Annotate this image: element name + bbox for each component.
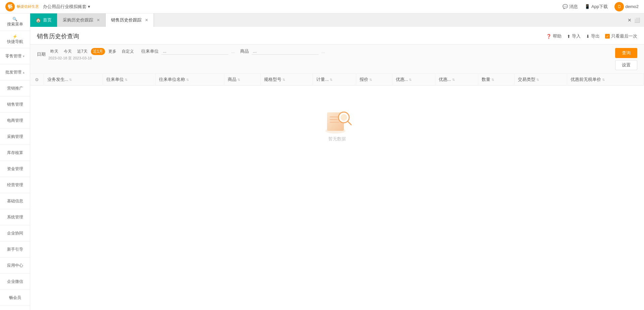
date-label: 日期: [37, 51, 46, 57]
tab-close-purchase[interactable]: ✕: [97, 18, 100, 22]
sidebar-item-quick-nav[interactable]: ⚡ 快捷导航: [0, 31, 30, 48]
tab-purchase-history[interactable]: 采购历史价跟踪 ✕: [57, 13, 106, 27]
th-partner-code[interactable]: 往来单位⇅: [103, 74, 156, 86]
tab-sales-history[interactable]: 销售历史价跟踪 ✕: [106, 13, 154, 27]
header-right: 💬 消息 📱 App下载 D demo2: [562, 2, 639, 11]
sort-icon: ⇅: [186, 78, 189, 82]
th-discount2[interactable]: 优惠...⇅: [435, 74, 478, 86]
th-product[interactable]: 商品⇅: [224, 74, 260, 86]
page-header: 销售历史价查询 ❓ 帮助 ⬆ 导入 ⬇ 导出 ✓: [30, 27, 644, 45]
th-pretax-price[interactable]: 优惠前无税单价⇅: [567, 74, 644, 86]
svg-point-7: [340, 114, 347, 121]
export-icon: ⬇: [586, 34, 590, 39]
svg-rect-4: [330, 119, 338, 120]
date-btn-today[interactable]: 今天: [62, 48, 74, 55]
export-button[interactable]: ⬇ 导出: [586, 33, 600, 39]
tab-maximize[interactable]: ⬜: [634, 17, 640, 23]
sidebar-item-purchase-mgmt[interactable]: 采购管理: [0, 129, 30, 145]
product-filter-group: 商品 ...: [240, 48, 325, 55]
sidebar-item-search-menu[interactable]: 🔍 搜索菜单: [0, 13, 30, 31]
product-label: 商品: [240, 48, 249, 54]
content-area: 🏠 首页 采购历史价跟踪 ✕ 销售历史价跟踪 ✕ ✕ ⬜ 销售历史价查询: [30, 13, 644, 310]
tab-home[interactable]: 🏠 首页: [30, 13, 57, 27]
sidebar-item-basic-info[interactable]: 基础信息: [0, 193, 30, 209]
date-btn-custom[interactable]: 自定义: [120, 48, 136, 55]
tab-close-sales[interactable]: ✕: [145, 18, 148, 22]
sort-icon: ⇅: [369, 78, 372, 82]
import-button[interactable]: ⬆ 导入: [567, 33, 581, 39]
empty-state: 暂无数据: [30, 86, 644, 162]
th-unit[interactable]: 计量...⇅: [313, 74, 356, 86]
svg-line-8: [347, 121, 351, 125]
th-trade-type[interactable]: 交易类型⇅: [515, 74, 567, 86]
date-btn-yesterday[interactable]: 昨天: [48, 48, 60, 55]
table-header-row: ⚙ 业务发生...⇅ 往来单位⇅ 往来单位名称⇅: [30, 74, 644, 86]
sidebar-item-system-mgmt[interactable]: 系统管理: [0, 209, 30, 225]
header-left: 畅 畅捷信好生意 办公用品行业模拟账套 ▾: [5, 2, 90, 11]
sidebar-item-member[interactable]: 畅会员: [0, 290, 30, 306]
only-last-checkbox[interactable]: ✓ 只看最后一次: [605, 33, 637, 39]
download-icon: 📱: [585, 4, 590, 9]
date-btn-1month[interactable]: 近1月: [91, 48, 105, 55]
sidebar-item-enterprise-wechat[interactable]: 企业微信: [0, 274, 30, 290]
logo-text: 畅捷信好生意: [17, 4, 39, 9]
sort-icon: ⇅: [330, 78, 332, 82]
sidebar-item-retail-mgmt[interactable]: 零售管理 ▾: [0, 48, 30, 64]
help-button[interactable]: ❓ 帮助: [546, 33, 561, 39]
sidebar-item-enterprise-coop[interactable]: 企业协同: [0, 225, 30, 242]
logo-area: 畅 畅捷信好生意: [5, 2, 39, 11]
filter-bar: 日期 昨天 今天 近7天 近1月 更多 自定义 2023-02-18 至 202…: [30, 45, 644, 74]
sidebar-item-marketing[interactable]: 营销推广: [0, 81, 30, 97]
th-quote[interactable]: 报价⇅: [356, 74, 392, 86]
chevron-down-icon: ▾: [23, 54, 24, 58]
message-action[interactable]: 💬 消息: [562, 4, 578, 10]
th-partner-name[interactable]: 往来单位名称⇅: [155, 74, 224, 86]
sidebar-item-app-center[interactable]: 应用中心: [0, 258, 30, 274]
sidebar-item-ops-mgmt[interactable]: 经营管理: [0, 177, 30, 193]
th-quantity[interactable]: 数量⇅: [478, 74, 515, 86]
search-icon: 🔍: [12, 17, 17, 21]
avatar: D: [614, 2, 624, 11]
th-discount1[interactable]: 优惠...⇅: [392, 74, 435, 86]
chevron-down-icon: ▾: [88, 4, 90, 9]
tab-close-all[interactable]: ✕: [628, 17, 632, 23]
filter-buttons: 查询 设置: [615, 48, 637, 70]
sidebar-item-wholesale-mgmt[interactable]: 批发管理 ▴: [0, 64, 30, 81]
sidebar-item-inventory[interactable]: 库存核算: [0, 145, 30, 161]
sidebar-item-sales-mgmt[interactable]: 销售管理: [0, 97, 30, 113]
message-icon: 💬: [562, 4, 568, 9]
sort-icon: ⇅: [452, 78, 455, 82]
product-input[interactable]: [252, 48, 319, 55]
date-filter-dates: 昨天 今天 近7天 近1月 更多 自定义 2023-02-18 至 2023-0…: [48, 48, 136, 61]
app-selector[interactable]: 办公用品行业模拟账套 ▾: [43, 4, 90, 10]
th-biz-date[interactable]: 业务发生...⇅: [44, 74, 103, 86]
setting-button[interactable]: 设置: [615, 60, 637, 70]
sort-icon: ⇅: [125, 78, 127, 82]
sidebar-item-newbie-guide[interactable]: 新手引导: [0, 242, 30, 258]
sidebar-item-finance-mgmt[interactable]: 资金管理: [0, 161, 30, 177]
logo-icon: 畅: [5, 2, 15, 11]
app-download-action[interactable]: 📱 App下载: [585, 4, 608, 10]
user-action[interactable]: D demo2: [614, 2, 639, 11]
home-icon: 🏠: [36, 18, 41, 23]
sort-icon: ⇅: [491, 78, 494, 82]
date-range: 2023-02-18 至 2023-03-18: [48, 56, 136, 61]
partner-label: 往来单位: [141, 48, 159, 54]
empty-illustration: [320, 106, 354, 136]
date-btn-7days[interactable]: 近7天: [75, 48, 90, 55]
th-settings: ⚙: [30, 74, 44, 86]
th-spec[interactable]: 规格型号⇅: [260, 74, 313, 86]
sort-icon: ⇅: [602, 78, 605, 82]
date-btn-more[interactable]: 更多: [106, 48, 118, 55]
table-head: ⚙ 业务发生...⇅ 往来单位⇅ 往来单位名称⇅: [30, 74, 644, 86]
sidebar-item-ecommerce-mgmt[interactable]: 电商管理: [0, 113, 30, 129]
sort-icon: ⇅: [237, 78, 240, 82]
partner-input[interactable]: [161, 48, 228, 55]
checkbox-icon: ✓: [605, 34, 610, 39]
import-icon: ⬆: [567, 34, 571, 39]
query-button[interactable]: 查询: [615, 48, 637, 58]
gear-icon[interactable]: ⚙: [35, 77, 39, 82]
sidebar: 🔍 搜索菜单 ⚡ 快捷导航 零售管理 ▾ 批发管理 ▴ 营销推广 销售管理 电商…: [0, 13, 30, 310]
page-title: 销售历史价查询: [37, 32, 79, 40]
svg-rect-5: [330, 122, 339, 123]
